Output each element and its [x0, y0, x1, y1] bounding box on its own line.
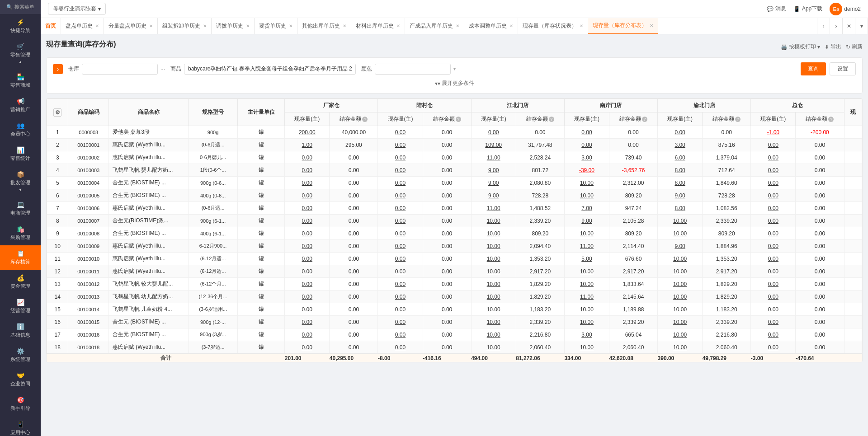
cell-jbc-qty[interactable]: 10.00 [471, 227, 516, 240]
sidebar-item-finance[interactable]: 💰 资金管理 [0, 270, 41, 294]
tab-10-close[interactable]: ✕ [580, 23, 583, 28]
sidebar-item-wholesale[interactable]: 📦 批发管理 ▼ [0, 166, 41, 197]
cell-lcc-qty[interactable]: 0.00 [378, 278, 423, 291]
tab-3-close[interactable]: ✕ [203, 23, 207, 28]
nav-tab-1[interactable]: 盘点单历史 ✕ [61, 18, 104, 34]
query-btn[interactable]: 查询 [801, 62, 826, 75]
cell-lcc-qty[interactable]: 0.00 [378, 303, 423, 316]
cell-total-qty[interactable]: 0.00 [751, 189, 796, 202]
sidebar-item-sysmanage[interactable]: ⚙️ 系统管理 [0, 343, 41, 367]
tab-2-close[interactable]: ✕ [149, 23, 153, 28]
cell-nac-qty[interactable]: 9.00 [564, 215, 609, 227]
cell-ybc-qty[interactable]: 6.00 [658, 151, 703, 164]
cell-fjc-qty[interactable]: 0.00 [285, 291, 330, 303]
cell-lcc-qty[interactable]: 0.00 [378, 164, 423, 177]
cell-ybc-qty[interactable]: 0.00 [658, 126, 703, 139]
cell-ybc-qty[interactable]: 8.00 [658, 177, 703, 189]
export-btn[interactable]: ⬇ 导出 [825, 43, 841, 51]
sidebar-item-ecom[interactable]: 💻 电商管理 [0, 197, 41, 221]
tabs-prev-btn[interactable]: ‹ [817, 18, 830, 34]
nav-tab-7[interactable]: 材料出库单历史 ✕ [351, 18, 405, 34]
cell-jbc-qty[interactable]: 11.00 [471, 202, 516, 215]
settings-btn[interactable]: 设置 [830, 62, 856, 75]
sidebar-item-guide[interactable]: 🎯 新手引导 [0, 392, 41, 416]
warehouse-input[interactable] [82, 64, 158, 75]
cell-total-qty[interactable]: 0.00 [751, 291, 796, 303]
cell-jbc-qty[interactable]: 10.00 [471, 341, 516, 354]
tab-9-close[interactable]: ✕ [509, 23, 513, 28]
cell-nac-qty[interactable]: 11.00 [564, 240, 609, 253]
nav-tab-9[interactable]: 成本调整单历史 ✕ [464, 18, 518, 34]
cell-lcc-qty[interactable]: 0.00 [378, 291, 423, 303]
cell-total-qty[interactable]: 0.00 [751, 164, 796, 177]
cell-fjc-qty[interactable]: 0.00 [285, 151, 330, 164]
cell-ybc-qty[interactable]: 10.00 [658, 303, 703, 316]
cell-jbc-qty[interactable]: 10.00 [471, 265, 516, 278]
tab-1-close[interactable]: ✕ [95, 23, 99, 28]
cell-jbc-qty[interactable]: 10.00 [471, 240, 516, 253]
cell-ybc-qty[interactable]: 10.00 [658, 278, 703, 291]
cell-fjc-qty[interactable]: 0.00 [285, 177, 330, 189]
cell-nac-qty[interactable]: 10.00 [564, 265, 609, 278]
cell-ybc-qty[interactable]: 3.00 [658, 139, 703, 151]
cell-lcc-qty[interactable]: 0.00 [378, 151, 423, 164]
cell-lcc-qty[interactable]: 0.00 [378, 265, 423, 278]
tabs-close-btn[interactable]: ✕ [843, 18, 855, 34]
sidebar-item-inventory[interactable]: 📋 库存核算 [0, 245, 41, 270]
cell-nac-qty[interactable]: 10.00 [564, 177, 609, 189]
cell-fjc-qty[interactable]: 0.00 [285, 328, 330, 341]
cell-ybc-qty[interactable]: 9.00 [658, 240, 703, 253]
cell-lcc-qty[interactable]: 0.00 [378, 341, 423, 354]
cell-ybc-qty[interactable]: 10.00 [658, 265, 703, 278]
cell-jbc-qty[interactable]: 10.00 [471, 253, 516, 265]
cell-total-qty[interactable]: 0.00 [751, 151, 796, 164]
cell-lcc-qty[interactable]: 0.00 [378, 253, 423, 265]
cell-total-qty[interactable]: 0.00 [751, 341, 796, 354]
cell-fjc-qty[interactable]: 200.00 [285, 126, 330, 139]
cell-nac-qty[interactable]: 10.00 [564, 316, 609, 328]
nav-tab-10[interactable]: 现存量（库存状况表） ✕ [518, 18, 588, 34]
cell-nac-qty[interactable]: 7.00 [564, 202, 609, 215]
cell-lcc-qty[interactable]: 0.00 [378, 177, 423, 189]
cell-nac-qty[interactable]: 10.00 [564, 303, 609, 316]
nav-tab-8[interactable]: 产成品入库单历史 ✕ [405, 18, 464, 34]
cell-jbc-qty[interactable]: 9.00 [471, 164, 516, 177]
cell-nac-qty[interactable]: 10.00 [564, 341, 609, 354]
cell-jbc-qty[interactable]: 109.00 [471, 139, 516, 151]
sidebar-item-baseinfo[interactable]: ℹ️ 基础信息 [0, 319, 41, 343]
cell-fjc-qty[interactable]: 0.00 [285, 164, 330, 177]
cell-jbc-qty[interactable]: 10.00 [471, 316, 516, 328]
cell-total-qty[interactable]: 0.00 [751, 240, 796, 253]
cell-fjc-qty[interactable]: 0.00 [285, 227, 330, 240]
cell-ybc-qty[interactable]: 8.00 [658, 202, 703, 215]
sidebar-item-purchase[interactable]: 🛍️ 采购管理 [0, 221, 41, 245]
tab-6-close[interactable]: ✕ [343, 23, 346, 28]
nav-tab-6[interactable]: 其他出库单历史 ✕ [297, 18, 351, 34]
cell-fjc-qty[interactable]: 0.00 [285, 202, 330, 215]
cell-ybc-qty[interactable]: 8.00 [658, 164, 703, 177]
tabs-next-btn[interactable]: › [830, 18, 843, 34]
cell-lcc-qty[interactable]: 0.00 [378, 328, 423, 341]
cell-nac-qty[interactable]: 10.00 [564, 278, 609, 291]
cell-jbc-qty[interactable]: 10.00 [471, 328, 516, 341]
cell-lcc-qty[interactable]: 0.00 [378, 126, 423, 139]
sidebar-item-bizmanage[interactable]: 📈 经营管理 [0, 294, 41, 319]
tab-7-close[interactable]: ✕ [396, 23, 400, 28]
cell-total-qty[interactable]: 0.00 [751, 202, 796, 215]
nav-tab-3[interactable]: 组装拆卸单历史 ✕ [158, 18, 212, 34]
tab-5-close[interactable]: ✕ [289, 23, 292, 28]
sidebar-item-member[interactable]: 👥 会员中心 [0, 117, 41, 142]
cell-nac-qty[interactable]: 10.00 [564, 189, 609, 202]
cell-fjc-qty[interactable]: 0.00 [285, 253, 330, 265]
sidebar-item-retail-stat[interactable]: 📊 零售统计 [0, 142, 41, 166]
cell-ybc-qty[interactable]: 10.00 [658, 316, 703, 328]
cell-nac-qty[interactable]: 3.00 [564, 328, 609, 341]
print-btn[interactable]: 🖨️ 按模板打印 ▾ [781, 43, 820, 51]
nav-tab-11[interactable]: 现存量（库存分布表） ✕ [588, 18, 658, 34]
cell-nac-qty[interactable]: 3.00 [564, 151, 609, 164]
cell-fjc-qty[interactable]: 0.00 [285, 303, 330, 316]
message-btn[interactable]: 💬 消息 [767, 5, 786, 13]
sidebar-item-collab[interactable]: 🤝 企业协同 [0, 367, 41, 392]
cell-ybc-qty[interactable]: 9.00 [658, 189, 703, 202]
expand-conditions-btn[interactable]: ▾▾ 展开更多条件 [431, 78, 478, 89]
